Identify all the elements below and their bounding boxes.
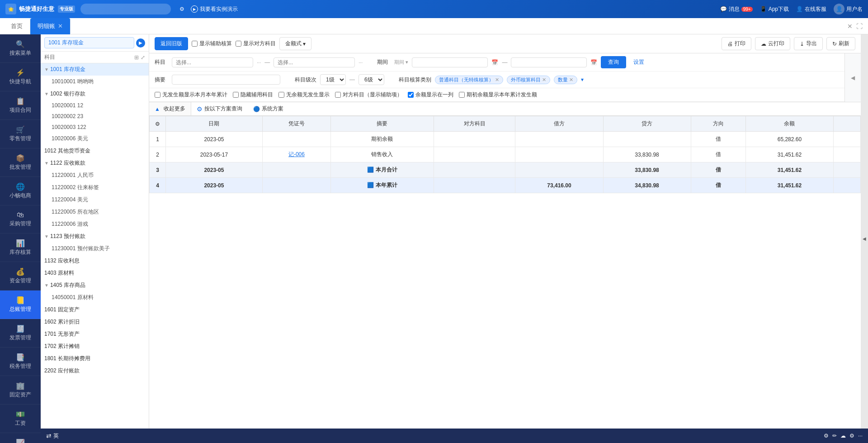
period-calendar-icon[interactable]: 📅: [491, 59, 498, 66]
voucher-link-2[interactable]: 记-006: [288, 151, 305, 157]
sidebar-item-quicknav[interactable]: ⚡ 快捷导航: [0, 63, 41, 91]
sidebar-item-contract[interactable]: 📋 项目合同: [0, 91, 41, 120]
sidebar-item-capital[interactable]: 💰 资金管理: [0, 262, 41, 291]
period-start-input[interactable]: 2023-05: [412, 57, 488, 67]
tree-item-10010001[interactable]: 10010001 哟哟哟: [41, 76, 149, 88]
filter-tag-foreign-close[interactable]: ✕: [542, 77, 546, 83]
sidebar-item-hr[interactable]: 💵 工资: [0, 405, 41, 433]
sidebar-item-ledger[interactable]: 📒 总账管理: [0, 291, 41, 319]
filter-tag-normal-close[interactable]: ✕: [495, 77, 499, 83]
tree-item-1132[interactable]: 1132 应收利息: [41, 255, 149, 267]
bottom-settings-icon[interactable]: ⚙: [824, 433, 829, 439]
export-button[interactable]: ⤓ 导出: [794, 37, 823, 50]
checkbox-no-balance-input[interactable]: [278, 92, 284, 98]
query-button[interactable]: 查询: [601, 56, 626, 68]
tree-item-10020001[interactable]: 10020001 12: [41, 100, 149, 111]
tab-detail[interactable]: 明细账 ✕: [30, 18, 71, 34]
tree-grid-icon[interactable]: ⊞: [134, 54, 139, 61]
td-voucher-2[interactable]: 记-006: [262, 147, 330, 162]
cloud-print-button[interactable]: ☁ 云打印: [755, 37, 790, 50]
checkbox-contra-display[interactable]: 对方科目（显示辅助项）: [335, 91, 402, 99]
tree-item-10020006[interactable]: 10020006 美元: [41, 133, 149, 145]
bottom-edit-icon[interactable]: ✏: [832, 433, 837, 439]
tree-item-1405[interactable]: ▼1405 库存商品: [41, 279, 149, 291]
tree-item-1702[interactable]: 1702 累计摊销: [41, 340, 149, 352]
account-filter-input2[interactable]: [274, 57, 355, 67]
th-settings[interactable]: ⚙: [150, 116, 166, 132]
refresh-button[interactable]: ↻ 刷新: [826, 37, 855, 50]
checkbox-contra-display-input[interactable]: [335, 92, 341, 98]
sidebar-item-retail[interactable]: 🛒 零售管理: [0, 120, 41, 148]
tree-item-10020003[interactable]: 10020003 122: [41, 122, 149, 133]
tree-item-1002[interactable]: ▼1002 银行存款: [41, 88, 149, 100]
tree-expand-all-icon[interactable]: ⤢: [141, 54, 145, 61]
tab-home[interactable]: 首页: [4, 18, 30, 34]
filter-settings-link[interactable]: 设置: [633, 58, 644, 66]
demo-button[interactable]: ▶ 我要看实例演示: [191, 5, 238, 13]
checkbox-hide-aux-input[interactable]: [233, 92, 239, 98]
show-contra-checkbox[interactable]: 显示对方科目: [236, 40, 276, 48]
tree-item-1012[interactable]: 1012 其他货币资金: [41, 145, 149, 157]
print-button[interactable]: 🖨 打印: [722, 37, 751, 50]
sidebar-item-purchase[interactable]: 🛍 采购管理: [0, 205, 41, 233]
tree-item-11220006[interactable]: 11220006 游戏: [41, 218, 149, 230]
checkbox-no-occur[interactable]: 无发生额显示本月本年累计: [155, 91, 227, 99]
filter-collapse-btn[interactable]: ◀: [844, 53, 861, 102]
tree-item-1123[interactable]: ▼1123 预付账款: [41, 230, 149, 243]
bottom-translate-icon[interactable]: ⇄: [46, 432, 52, 439]
period-end-input[interactable]: 2023-05: [511, 57, 587, 67]
show-contra-input[interactable]: [236, 41, 241, 47]
online-service-item[interactable]: 👤 在线客服: [796, 5, 826, 13]
tree-item-11230001[interactable]: 11230001 预付账款美子: [41, 243, 149, 255]
bottom-cloud-icon[interactable]: ☁: [840, 433, 846, 439]
show-aux-checkbox[interactable]: 显示辅助核算: [192, 40, 232, 48]
period-end-calendar-icon[interactable]: 📅: [590, 59, 597, 66]
bottom-more-icon[interactable]: ···: [858, 433, 863, 439]
checkbox-hide-aux[interactable]: 隐藏辅用科目: [233, 91, 273, 99]
sidebar-item-search[interactable]: 🔍 搜索菜单: [0, 34, 41, 63]
checkbox-opening-cumul-input[interactable]: [459, 92, 465, 98]
return-old-version-button[interactable]: 返回旧版: [155, 37, 188, 50]
sidebar-item-wholesale[interactable]: 📦 批发管理: [0, 148, 41, 177]
checkbox-balance-inline[interactable]: 余额显示在一列: [408, 91, 453, 99]
nav-arrow-button[interactable]: ▶: [136, 38, 145, 48]
app-download-item[interactable]: 📱 App下载: [760, 5, 789, 13]
tree-item-1001[interactable]: ▼1001 库存现金: [41, 63, 149, 76]
sidebar-item-inventory[interactable]: 📊 库存核算: [0, 233, 41, 262]
system-scheme[interactable]: 🔵 系统方案: [248, 102, 289, 115]
right-collapse-button[interactable]: ◀: [861, 34, 868, 443]
summary-filter-input[interactable]: [172, 75, 280, 85]
format-button[interactable]: 金额式 ▾: [279, 37, 311, 50]
tree-item-1801[interactable]: 1801 长期待摊费用: [41, 352, 149, 365]
checkbox-opening-cumul[interactable]: 期初余额显示本年累计发生额: [459, 91, 537, 99]
tree-item-1602[interactable]: 1602 累计折旧: [41, 316, 149, 328]
tree-item-1403[interactable]: 1403 原材料: [41, 267, 149, 279]
sidebar-item-ecommerce[interactable]: 🌐 小畅电商: [0, 177, 41, 205]
bottom-lang-label[interactable]: 英: [53, 432, 59, 440]
global-search-input[interactable]: [80, 4, 171, 14]
tree-item-11220004[interactable]: 11220004 美元: [41, 194, 149, 206]
account-type-chevron[interactable]: ▾: [581, 76, 584, 83]
tree-item-14050001[interactable]: 14050001 原材料: [41, 291, 149, 304]
tree-item-11220005[interactable]: 11220005 所在地区: [41, 206, 149, 218]
bottom-gear-icon[interactable]: ⚙: [849, 433, 854, 439]
tree-item-1601[interactable]: 1601 固定资产: [41, 304, 149, 316]
tree-item-10020002[interactable]: 10020002 23: [41, 111, 149, 122]
tab-detail-close[interactable]: ✕: [58, 23, 63, 29]
tab-expand[interactable]: ⛶: [856, 23, 863, 30]
show-aux-input[interactable]: [192, 41, 198, 47]
filter-tag-qty[interactable]: 数量 ✕: [554, 76, 577, 84]
checkbox-no-balance[interactable]: 无余额无发生显示: [278, 91, 330, 99]
level-end-select[interactable]: 6级5级4级: [359, 74, 384, 85]
account-filter-input[interactable]: [172, 57, 253, 67]
tree-item-2202[interactable]: 2202 应付账款: [41, 365, 149, 377]
sidebar-item-tax[interactable]: 📑 税务管理: [0, 348, 41, 376]
tree-item-11220002[interactable]: 11220002 往来标签: [41, 181, 149, 194]
checkbox-no-occur-input[interactable]: [155, 92, 160, 98]
checkbox-balance-inline-input[interactable]: [408, 92, 414, 98]
filter-tag-normal[interactable]: 普通科目（无特殊核算） ✕: [435, 76, 503, 84]
filter-tag-foreign[interactable]: 外币核算科目 ✕: [507, 76, 550, 84]
tree-item-1122[interactable]: ▼1122 应收账款: [41, 157, 149, 169]
account-selector[interactable]: 1001 库存现金: [44, 37, 134, 48]
settings-icon[interactable]: ⚙: [176, 4, 187, 14]
